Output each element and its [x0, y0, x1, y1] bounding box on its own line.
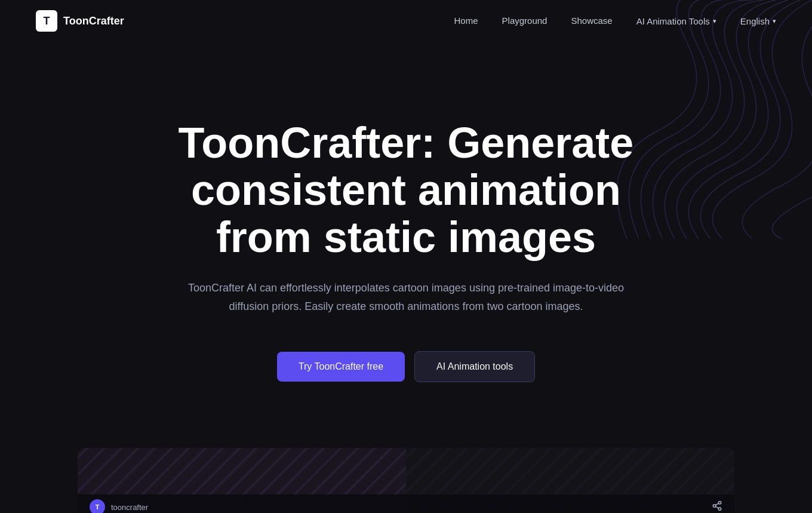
logo-area[interactable]: T ToonCrafter: [36, 10, 124, 32]
channel-name: tooncrafter: [111, 503, 148, 512]
svg-line-4: [715, 503, 718, 505]
brand-name: ToonCrafter: [63, 15, 124, 27]
navbar: T ToonCrafter Home Playground Showcase A…: [0, 0, 812, 42]
nav-links: Home Playground Showcase AI Animation To…: [454, 16, 776, 26]
hero-section: ToonCrafter: Generate consistent animati…: [0, 42, 812, 448]
nav-item-playground[interactable]: Playground: [502, 16, 548, 26]
chevron-down-icon: ▾: [713, 17, 716, 25]
video-bottom-bar: T tooncrafter: [78, 494, 734, 513]
page-wrapper: .deco-line { fill: none; stroke: #3d3060…: [0, 0, 812, 513]
nav-item-language[interactable]: English ▾: [740, 16, 776, 26]
hero-buttons: Try ToonCrafter free AI Animation tools: [277, 351, 535, 382]
video-preview-wrapper: T tooncrafter: [0, 448, 812, 513]
video-preview[interactable]: T tooncrafter: [78, 448, 734, 513]
ai-tools-button[interactable]: AI Animation tools: [414, 351, 535, 382]
nav-item-home[interactable]: Home: [454, 16, 478, 26]
hero-subtitle: ToonCrafter AI can effortlessly interpol…: [179, 279, 633, 315]
hero-title: ToonCrafter: Generate consistent animati…: [137, 119, 675, 262]
nav-item-ai-tools[interactable]: AI Animation Tools ▾: [636, 16, 716, 26]
svg-line-3: [715, 506, 718, 508]
chevron-down-icon: ▾: [773, 17, 776, 25]
nav-item-showcase[interactable]: Showcase: [571, 16, 612, 26]
logo-icon: T: [36, 10, 57, 32]
avatar: T: [90, 499, 105, 513]
share-icon[interactable]: [712, 500, 722, 513]
try-free-button[interactable]: Try ToonCrafter free: [277, 352, 405, 382]
